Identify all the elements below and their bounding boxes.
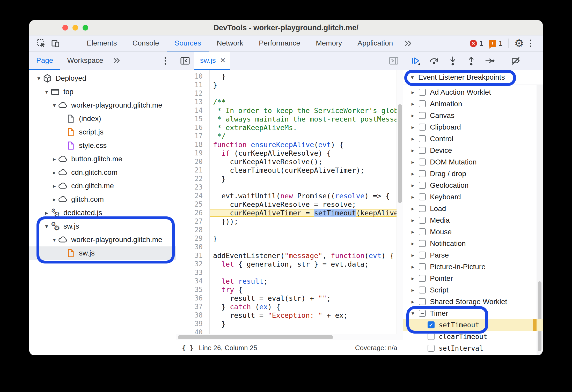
console-warnings-button[interactable]: ! 1	[489, 39, 503, 48]
breakpoint-item-device[interactable]: ▸Device	[403, 145, 543, 156]
line-number[interactable]: 12	[176, 89, 209, 98]
checkbox-shared-storage-worklet[interactable]	[419, 298, 426, 305]
checkbox-picture-in-picture[interactable]	[419, 263, 426, 270]
tab-application[interactable]: Application	[350, 35, 401, 51]
line-number[interactable]: 14	[176, 106, 209, 115]
line-number[interactable]: 21	[176, 166, 209, 175]
checkbox-drag-drop[interactable]	[419, 170, 426, 177]
breakpoint-item-geolocation[interactable]: ▸Geolocation	[403, 179, 543, 191]
line-number[interactable]: 16	[176, 123, 209, 132]
line-number[interactable]: 37	[176, 303, 209, 311]
device-toolbar-icon[interactable]	[51, 39, 61, 48]
checkbox-keyboard[interactable]	[419, 193, 426, 200]
line-number[interactable]: 18	[176, 140, 209, 149]
code-line-34[interactable]: 34 let result;	[176, 277, 403, 285]
chevron-right-icon[interactable]: ▸	[410, 124, 416, 130]
tree-item-cdn-glitch-me[interactable]: ▸cdn.glitch.me	[29, 179, 176, 193]
code-editor[interactable]: 10 }11}1213/**14 * In order to keep the …	[176, 70, 403, 334]
checkbox-load[interactable]	[419, 205, 426, 212]
breakpoint-item-animation[interactable]: ▸Animation	[403, 98, 543, 110]
code-line-23[interactable]: 23	[176, 183, 403, 192]
line-number[interactable]: 27	[176, 217, 209, 226]
code-line-29[interactable]: 29}	[176, 234, 403, 243]
chevron-down-icon[interactable]: ▾	[51, 102, 58, 109]
breakpoint-item-media[interactable]: ▸Media	[403, 214, 543, 226]
checkbox-settimeout[interactable]: ✓	[428, 321, 435, 328]
code-line-10[interactable]: 10 }	[176, 72, 403, 81]
code-line-19[interactable]: 19 if (curKeepAliveResolve) {	[176, 149, 403, 157]
line-number[interactable]: 20	[176, 157, 209, 166]
chevron-right-icon[interactable]: ▸	[410, 299, 416, 305]
code-line-32[interactable]: 32 let { generation, str } = evt.data;	[176, 260, 403, 268]
line-number[interactable]: 11	[176, 81, 209, 89]
tree-item-glitch-com[interactable]: ▸glitch.com	[29, 193, 176, 206]
tree-item-index[interactable]: (index)	[29, 112, 176, 125]
tree-item-cdn-glitch-com[interactable]: ▸cdn.glitch.com	[29, 166, 176, 179]
line-number[interactable]: 19	[176, 149, 209, 157]
tab-performance[interactable]: Performance	[251, 35, 308, 51]
settings-gear-icon[interactable]: ⚙	[514, 38, 524, 49]
code-line-39[interactable]: 39 }	[176, 320, 403, 328]
code-line-12[interactable]: 12	[176, 89, 403, 98]
chevron-right-icon[interactable]: ▸	[51, 156, 58, 163]
line-number[interactable]: 23	[176, 183, 209, 192]
tree-item-script-js[interactable]: script.js	[29, 125, 176, 139]
checkbox-notification[interactable]	[419, 240, 426, 247]
chevron-right-icon[interactable]: ▸	[410, 275, 416, 282]
tab-memory[interactable]: Memory	[308, 35, 350, 51]
chevron-right-icon[interactable]: ▸	[410, 229, 416, 235]
breakpoint-item-canvas[interactable]: ▸Canvas	[403, 110, 543, 121]
close-tab-icon[interactable]: ✕	[220, 56, 226, 65]
code-line-28[interactable]: 28	[176, 226, 403, 234]
breakpoint-item-control[interactable]: ▸Control	[403, 133, 543, 145]
editor-vertical-scrollbar-thumb[interactable]	[398, 104, 402, 203]
code-line-17[interactable]: 17 */	[176, 132, 403, 140]
line-number[interactable]: 26	[176, 209, 209, 217]
checkbox-canvas[interactable]	[419, 112, 426, 119]
code-line-31[interactable]: 31addEventListener("message", function(e…	[176, 251, 403, 260]
checkbox-animation[interactable]	[419, 100, 426, 107]
code-line-13[interactable]: 13/**	[176, 98, 403, 106]
chevron-right-icon[interactable]: ▸	[410, 136, 416, 142]
tree-item-sw-js[interactable]: sw.js	[29, 246, 176, 260]
line-number[interactable]: 36	[176, 294, 209, 303]
breakpoint-item-settimeout[interactable]: ✓setTimeout	[403, 319, 543, 331]
chevron-right-icon[interactable]: ▸	[410, 206, 416, 212]
line-number[interactable]: 25	[176, 200, 209, 209]
editor-horizontal-scrollbar-thumb[interactable]	[178, 335, 333, 339]
checkbox-timer[interactable]	[419, 310, 426, 317]
line-number[interactable]: 31	[176, 251, 209, 260]
breakpoint-item-clipboard[interactable]: ▸Clipboard	[403, 121, 543, 133]
line-number[interactable]: 34	[176, 277, 209, 285]
event-listener-breakpoints-header[interactable]: ▾ Event Listener Breakpoints	[403, 70, 543, 85]
collapse-sidebar-icon[interactable]	[176, 52, 194, 70]
checkbox-geolocation[interactable]	[419, 182, 426, 189]
breakpoint-item-parse[interactable]: ▸Parse	[403, 249, 543, 261]
checkbox-dom-mutation[interactable]	[419, 159, 426, 165]
more-panels-button[interactable]	[401, 35, 415, 51]
tab-sources[interactable]: Sources	[167, 35, 209, 51]
inspect-element-icon[interactable]	[36, 39, 46, 48]
navigator-menu-button[interactable]	[165, 52, 176, 70]
checkbox-control[interactable]	[419, 135, 426, 142]
code-line-25[interactable]: 25 curKeepAliveResolve = resolve;	[176, 200, 403, 209]
chevron-right-icon[interactable]: ▸	[410, 171, 416, 177]
line-number[interactable]: 32	[176, 260, 209, 268]
line-number[interactable]: 10	[176, 72, 209, 81]
breakpoint-item-notification[interactable]: ▸Notification	[403, 238, 543, 249]
code-line-35[interactable]: 35 try {	[176, 285, 403, 294]
line-number[interactable]: 13	[176, 98, 209, 106]
line-number[interactable]: 30	[176, 243, 209, 251]
chevron-right-icon[interactable]: ▸	[410, 240, 416, 247]
pretty-print-button[interactable]: { }	[182, 344, 194, 352]
breakpoint-item-dom-mutation[interactable]: ▸DOM Mutation	[403, 156, 543, 168]
step-button[interactable]	[485, 56, 495, 66]
checkbox-clipboard[interactable]	[419, 124, 426, 131]
code-line-18[interactable]: 18function ensureKeepAlive(evt) {	[176, 140, 403, 149]
tab-console[interactable]: Console	[125, 35, 167, 51]
chevron-down-icon[interactable]: ▾	[410, 310, 416, 316]
breakpoint-item-keyboard[interactable]: ▸Keyboard	[403, 191, 543, 203]
code-line-36[interactable]: 36 result = eval(str) + "";	[176, 294, 403, 303]
tab-page[interactable]: Page	[29, 52, 60, 70]
breakpoint-item-setinterval[interactable]: setInterval	[403, 342, 543, 354]
